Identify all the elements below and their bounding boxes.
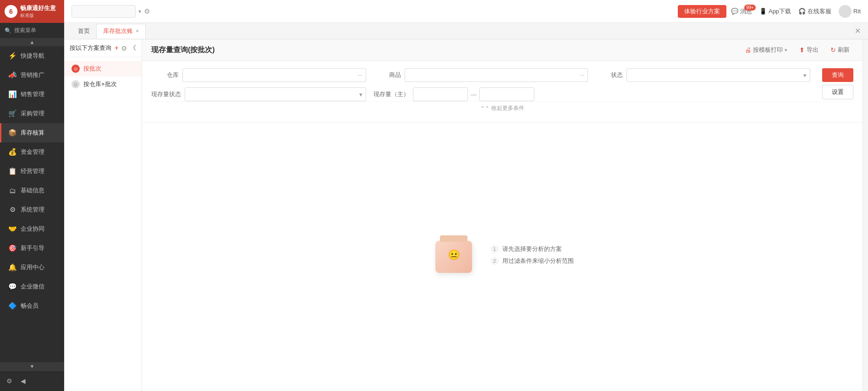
add-scheme-btn[interactable]: + (115, 44, 119, 52)
inventory-qty-max-input[interactable] (479, 87, 534, 101)
sidebar-item-sales[interactable]: 📊 销售管理 (0, 85, 64, 104)
search-icon: 🔍 (5, 27, 11, 34)
sidebar-item-quick-nav[interactable]: ⚡ 快捷导航 (0, 46, 64, 65)
experience-btn[interactable]: 体验行业方案 (678, 5, 726, 18)
empty-text: 1 请先选择要分析的方案 2 用过滤条件来缩小分析范围 (490, 245, 574, 269)
inventory-qty-min-input[interactable] (413, 87, 468, 101)
refresh-btn[interactable]: ↻ 刷新 (827, 44, 853, 56)
online-service-btn[interactable]: 🎧 在线客服 (798, 7, 831, 16)
export-icon: ⬆ (799, 46, 805, 54)
sidebar-scroll-up[interactable]: ▲ (0, 38, 64, 46)
sidebar-item-basic[interactable]: 🗂 基础信息 (0, 181, 64, 200)
newbie-icon: 🎯 (8, 244, 17, 252)
print-label: 按模板打印 (753, 46, 783, 54)
phone-icon: 📱 (759, 8, 767, 15)
sidebar-item-inventory[interactable]: 📦 库存核算 (0, 123, 64, 142)
sidebar-item-marketing[interactable]: 📣 营销推广 (0, 65, 64, 85)
warehouse-input-wrapper: ··· (182, 68, 366, 82)
set-btn[interactable]: 设置 (822, 85, 853, 99)
enterprise-icon: 🤝 (8, 225, 17, 233)
purchase-icon: 🛒 (8, 109, 17, 118)
user-area[interactable]: Rit (839, 5, 861, 18)
empty-step-2: 2 用过滤条件来缩小分析范围 (490, 257, 574, 265)
refresh-icon: ↻ (830, 46, 836, 54)
inventory-icon: 📦 (8, 129, 17, 137)
scheme-item-batch[interactable]: ⊙ 按批次 (64, 61, 142, 76)
warehouse-input[interactable] (182, 68, 366, 82)
sidebar-item-label: 营销推广 (21, 71, 44, 79)
scheme-settings-icon[interactable]: ⊙ (121, 44, 127, 52)
page-close-btn[interactable]: ✕ (855, 27, 861, 35)
sidebar-item-label: 库存核算 (21, 129, 44, 137)
sidebar-nav: ⚡ 快捷导航 📣 营销推广 📊 销售管理 🛒 采购管理 📦 库存核算 💰 资金管… (0, 46, 64, 362)
tab-active-label: 库存批次账 (103, 27, 133, 35)
messages-btn[interactable]: 💬 消息 99+ (731, 7, 752, 16)
filter-inventory-status-field: 现存量状态 ▾ (151, 87, 366, 101)
filter-buttons: 查询 设置 (822, 68, 853, 99)
page-title: 现存量查询(按批次) (151, 45, 215, 55)
collapse-up-icon: ⌃⌃ (480, 105, 489, 112)
filter-area: 仓库 ··· 商品 ··· (142, 61, 863, 123)
inventory-status-select[interactable] (185, 87, 366, 101)
sidebar-search[interactable]: 🔍 搜索菜单 (0, 23, 64, 38)
finance-icon: 💰 (8, 148, 17, 156)
tab-home-label: 首页 (78, 27, 90, 35)
empty-step-1: 1 请先选择要分析的方案 (490, 245, 574, 253)
warehouse-label: 仓库 (151, 71, 179, 79)
step-1-num: 1 (490, 245, 499, 253)
collapse-bar[interactable]: ⌃⌃ 收起更多条件 (151, 101, 853, 115)
export-btn[interactable]: ⬆ 导出 (796, 44, 822, 56)
marketing-icon: 📣 (8, 71, 17, 79)
app-download-btn[interactable]: 📱 App下载 (759, 7, 791, 16)
sidebar-item-members[interactable]: 🔷 畅会员 (0, 296, 64, 315)
right-scrollbar[interactable] (863, 39, 868, 391)
inventory-status-dropdown-wrapper: ▾ (185, 87, 366, 101)
print-dropdown-arrow[interactable]: ▾ (785, 47, 787, 53)
filter-row-1: 仓库 ··· 商品 ··· (151, 68, 810, 82)
query-btn[interactable]: 查询 (822, 68, 853, 82)
filter-row-2: 现存量状态 ▾ 现存量（主） (151, 87, 810, 101)
sidebar-item-finance[interactable]: 💰 资金管理 (0, 142, 64, 162)
inventory-qty-range: — (413, 87, 534, 101)
tabbar: 首页 库存批次账 × ✕ (64, 23, 868, 39)
goods-label: 商品 (374, 71, 401, 79)
sidebar-item-newbie[interactable]: 🎯 新手引导 (0, 239, 64, 258)
step-1-label: 请先选择要分析的方案 (502, 245, 562, 253)
tab-inventory-batch[interactable]: 库存批次账 × (96, 24, 146, 38)
main-wrapper: ▾ ⚙ 体验行业方案 💬 消息 99+ 📱 App下载 🎧 在线客服 Rit (64, 0, 868, 391)
sidebar-item-purchase[interactable]: 🛒 采购管理 (0, 104, 64, 123)
tab-home[interactable]: 首页 (71, 24, 96, 38)
sidebar-item-label: 采购管理 (21, 109, 44, 118)
page-titlebar: 现存量查询(按批次) 🖨 按模板打印 ▾ ⬆ 导出 ↻ 刷新 (142, 39, 863, 61)
sidebar-footer: ⚙ ◀ (0, 370, 64, 391)
goods-more-icon[interactable]: ··· (580, 72, 584, 78)
empty-state: 😐 1 请先选择要分析的方案 2 用过滤条件来缩小分析范围 (142, 123, 863, 391)
operations-icon: 📋 (8, 167, 17, 175)
tab-close-btn[interactable]: × (136, 28, 139, 34)
sidebar-item-enterprise[interactable]: 🤝 企业协同 (0, 219, 64, 239)
filter-status-field: 状态 ▾ (595, 68, 810, 82)
sidebar-item-system[interactable]: ⚙ 系统管理 (0, 200, 64, 219)
sidebar-item-operations[interactable]: 📋 经营管理 (0, 162, 64, 181)
status-label: 状态 (595, 71, 623, 79)
sidebar-item-label: 企业协同 (21, 225, 44, 233)
right-panel: 现存量查询(按批次) 🖨 按模板打印 ▾ ⬆ 导出 ↻ 刷新 (142, 39, 863, 391)
sidebar-item-appstore[interactable]: 🔔 应用中心 (0, 258, 64, 277)
topbar-gear-icon[interactable]: ⚙ (144, 7, 150, 16)
collapse-panel-icon[interactable]: 《 (130, 44, 136, 52)
print-icon: 🖨 (745, 46, 751, 54)
left-panel: 按以下方案查询 + ⊙ 《 ⊙ 按批次 ⊙ 按仓库+批次 (64, 39, 142, 391)
scheme-item-warehouse-batch[interactable]: ⊙ 按仓库+批次 (64, 76, 142, 92)
collapse-sidebar-btn[interactable]: ◀ (19, 375, 27, 386)
goods-input[interactable] (405, 68, 588, 82)
status-select[interactable] (626, 68, 810, 82)
scheme-batch-label: 按批次 (83, 65, 101, 73)
warehouse-more-icon[interactable]: ··· (358, 72, 363, 78)
topbar-search-input[interactable] (71, 5, 136, 18)
print-btn[interactable]: 🖨 按模板打印 ▾ (741, 44, 791, 56)
topbar-chevron-icon[interactable]: ▾ (138, 8, 141, 15)
sidebar-scroll-down[interactable]: ▼ (0, 362, 64, 370)
sidebar-item-wechat[interactable]: 💬 企业微信 (0, 277, 64, 296)
topbar: ▾ ⚙ 体验行业方案 💬 消息 99+ 📱 App下载 🎧 在线客服 Rit (64, 0, 868, 23)
settings-footer-btn[interactable]: ⚙ (5, 375, 14, 386)
